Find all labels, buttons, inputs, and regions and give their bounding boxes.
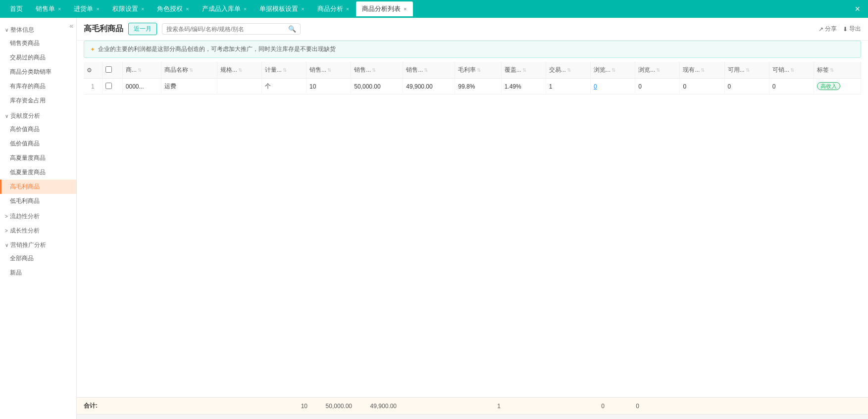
sidebar-item-有库存的商品[interactable]: 有库存的商品 [0,79,76,93]
sort-icon[interactable]: ⇅ [567,67,571,73]
info-banner: ✦ 企业的主要的利润都是这部分商品创造的，可考虑加大推广，同时关注库存是不要出现… [84,41,861,58]
bottom-scrollbar[interactable] [77,414,868,419]
table-row: 10000...运费个1050,000.0049,900.0099.8%1.49… [84,79,861,94]
row-checkbox[interactable] [105,83,112,89]
close-tab-icon[interactable]: × [301,6,304,12]
table-cell-code: 0000... [122,79,161,94]
col-header-code[interactable]: 商...⇅ [122,62,161,79]
sidebar: « ∨整体信息销售类商品交易过的商品商品分类助销率有库存的商品库存资金占用∨贡献… [0,18,77,419]
sort-icon[interactable]: ⇅ [656,67,660,73]
col-header-salesQty[interactable]: 销售...⇅ [306,62,351,79]
footer-cell-15: 0 [608,403,642,410]
sort-icon[interactable]: ⇅ [522,67,526,73]
main-container: « ∨整体信息销售类商品交易过的商品商品分类助销率有库存的商品库存资金占用∨贡献… [0,18,868,419]
sort-icon[interactable]: ⇅ [701,67,705,73]
sidebar-item-新品[interactable]: 新品 [0,266,76,280]
page-title: 高毛利商品 [84,24,123,34]
sort-icon[interactable]: ⇅ [424,67,428,73]
sort-icon[interactable]: ⇅ [327,67,331,73]
footer-cell-16 [642,403,677,410]
sort-icon[interactable]: ⇅ [746,67,750,73]
footer-cell-11: 1 [469,403,504,410]
sidebar-item-全部商品[interactable]: 全部商品 [0,251,76,266]
search-icon[interactable]: 🔍 [288,25,296,33]
footer-cell-8: 49,900.00 [355,403,400,410]
table-cell-currentStock: 0 [680,79,724,94]
sidebar-collapse-btn[interactable]: « [69,22,73,30]
sort-icon[interactable]: ⇅ [283,67,287,73]
search-input[interactable] [166,26,286,33]
sort-icon[interactable]: ⇅ [790,67,794,73]
sidebar-item-高价值商品[interactable]: 高价值商品 [0,122,76,137]
sort-icon[interactable]: ⇅ [189,67,193,73]
export-button[interactable]: ⬇ 导出 [843,25,861,33]
col-header-currentStock[interactable]: 现有...⇅ [680,62,724,79]
sidebar-item-高毛利商品[interactable]: 高毛利商品 [0,180,76,194]
sort-icon[interactable]: ⇅ [477,67,481,73]
close-tab-icon[interactable]: × [96,6,99,12]
close-tab-icon[interactable]: × [244,6,247,12]
column-settings-icon[interactable]: ⚙ [87,67,92,74]
col-header-viewCount1[interactable]: 浏览...⇅ [591,62,635,79]
col-header-tradeCount[interactable]: 交易...⇅ [546,62,590,79]
sidebar-item-低价值商品[interactable]: 低价值商品 [0,137,76,151]
col-header-availStock[interactable]: 可用...⇅ [724,62,769,79]
table-cell-checkbox[interactable] [102,79,122,94]
data-table: ⚙商...⇅商品名称⇅规格...⇅计量...⇅销售...⇅销售...⇅销售...… [84,62,861,94]
sidebar-group-整体信息[interactable]: ∨整体信息 [0,22,76,36]
col-header-coverRate[interactable]: 覆盖...⇅ [501,62,546,79]
sort-icon[interactable]: ⇅ [830,67,834,73]
col-header-tag[interactable]: 标签⇅ [814,62,861,79]
col-header-spec[interactable]: 规格...⇅ [217,62,261,79]
sidebar-group-贡献度分析[interactable]: ∨贡献度分析 [0,108,76,122]
sidebar-group-成长性分析[interactable]: >成长性分析 [0,223,76,237]
group-arrow-icon: > [5,228,8,233]
nav-tab-首页[interactable]: 首页 [4,1,29,16]
sidebar-item-交易过的商品[interactable]: 交易过的商品 [0,50,76,65]
nav-tab-商品分析列表[interactable]: 商品分析列表× [356,1,412,16]
close-all-tabs-button[interactable]: × [851,4,864,14]
sidebar-item-低夏量度商品[interactable]: 低夏量度商品 [0,165,76,180]
view-link[interactable]: 0 [594,83,597,90]
col-header-name[interactable]: 商品名称⇅ [161,62,217,79]
close-tab-icon[interactable]: × [186,6,189,12]
close-tab-icon[interactable]: × [58,6,61,12]
close-tab-icon[interactable]: × [141,6,144,12]
close-tab-icon[interactable]: × [346,6,349,12]
col-header-settings[interactable]: ⚙ [84,62,102,79]
sidebar-group-营销推广分析[interactable]: ∨营销推广分析 [0,237,76,251]
nav-tab-权限设置[interactable]: 权限设置× [106,1,150,16]
nav-tab-进货单[interactable]: 进货单× [68,1,105,16]
sidebar-item-商品分类助销率[interactable]: 商品分类助销率 [0,65,76,79]
sort-icon[interactable]: ⇅ [372,67,376,73]
col-header-saleableStock[interactable]: 可销...⇅ [769,62,814,79]
sort-icon[interactable]: ⇅ [138,67,142,73]
table-cell-saleableStock: 0 [769,79,814,94]
footer-cell-3 [162,403,211,410]
sidebar-item-库存资金占用[interactable]: 库存资金占用 [0,93,76,108]
col-header-salesCost[interactable]: 销售...⇅ [403,62,455,79]
nav-tab-单据模板设置[interactable]: 单据模板设置× [254,1,310,16]
nav-tab-销售单[interactable]: 销售单× [30,1,67,16]
col-header-salesAmt[interactable]: 销售...⇅ [351,62,403,79]
sidebar-group-流趋性分析[interactable]: >流趋性分析 [0,208,76,223]
sort-icon[interactable]: ⇅ [238,67,242,73]
col-header-checkbox[interactable] [102,62,122,79]
nav-tab-商品分析[interactable]: 商品分析× [311,1,355,16]
sidebar-item-高夏量度商品[interactable]: 高夏量度商品 [0,151,76,165]
col-header-grossRate[interactable]: 毛利率⇅ [455,62,501,79]
sidebar-item-销售类商品[interactable]: 销售类商品 [0,36,76,50]
close-tab-icon[interactable]: × [404,6,407,12]
col-header-viewCount2[interactable]: 浏览...⇅ [635,62,680,79]
select-all-checkbox[interactable] [105,66,112,73]
col-header-unit[interactable]: 计量...⇅ [261,62,306,79]
date-filter-button[interactable]: 近一月 [128,23,157,35]
share-button[interactable]: ↗ 分享 [818,25,837,33]
table-cell-viewCount1[interactable]: 0 [591,79,635,94]
nav-tab-角色授权[interactable]: 角色授权× [151,1,195,16]
sort-icon[interactable]: ⇅ [612,67,615,73]
footer-cell-12 [504,403,538,410]
nav-tab-产成品入库单[interactable]: 产成品入库单× [196,1,253,16]
sidebar-item-低毛利商品[interactable]: 低毛利商品 [0,194,76,208]
footer-cell-7: 50,000.00 [310,403,355,410]
